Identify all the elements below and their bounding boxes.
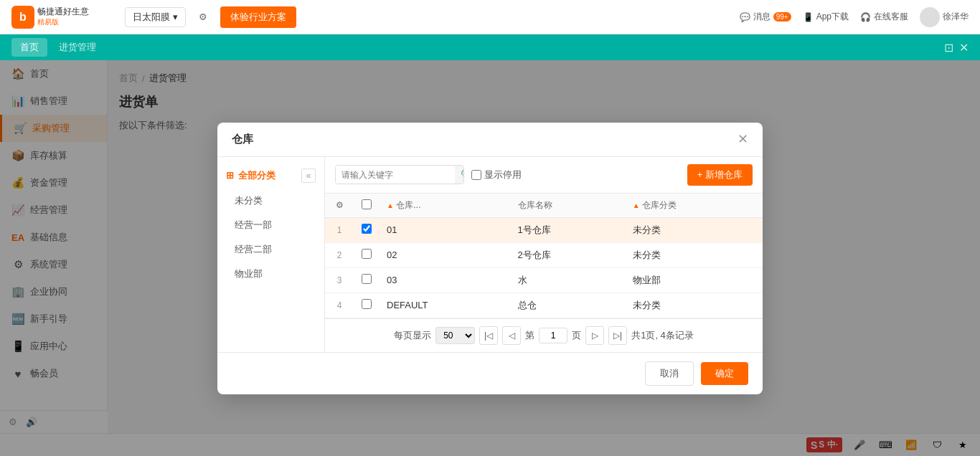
- modal-close-button[interactable]: ✕: [738, 133, 748, 146]
- row-code-2: 02: [380, 242, 511, 267]
- cat-item-property[interactable]: 物业部: [217, 262, 324, 286]
- settings-icon-button[interactable]: ⚙: [192, 6, 215, 29]
- modal-main-panel: 🔍 显示停用 + 新增仓库 ⚙: [325, 157, 763, 352]
- dropdown-chevron-icon: ▾: [173, 11, 178, 22]
- user-name: 徐泽华: [943, 11, 969, 23]
- select-all-checkbox[interactable]: [362, 199, 372, 209]
- header-right: 💬 消息 99+ 📱 App下载 🎧 在线客服 徐泽华: [740, 7, 969, 27]
- modal-footer: 取消 确定: [217, 352, 763, 394]
- row-num-4: 4: [325, 293, 354, 318]
- cat-item-dept2[interactable]: 经营二部: [217, 237, 324, 262]
- cat-item-dept1[interactable]: 经营一部: [217, 213, 324, 237]
- all-categories-button[interactable]: ⊞ 全部分类: [226, 169, 275, 182]
- row-name-3: 水: [511, 267, 626, 293]
- search-button[interactable]: 🔍: [455, 166, 464, 184]
- row-num-2: 2: [325, 242, 354, 267]
- logo-icon: b: [11, 6, 34, 29]
- row-cb-4: [354, 293, 380, 318]
- row-category-4: 未分类: [626, 293, 763, 318]
- prev-page-button[interactable]: ◁: [502, 326, 521, 345]
- online-service-item[interactable]: 🎧 在线客服: [860, 11, 908, 23]
- row-cb-2: [354, 242, 380, 267]
- row-num-3: 3: [325, 267, 354, 293]
- category-sidebar: ⊞ 全部分类 « 未分类 经营一部 经营二部 物业部: [217, 157, 325, 352]
- avatar: [920, 7, 940, 27]
- row-category-1: 未分类: [626, 217, 763, 242]
- app-download-label: App下载: [816, 11, 849, 23]
- row-category-2: 未分类: [626, 242, 763, 267]
- last-page-button[interactable]: ▷|: [608, 326, 627, 345]
- row-checkbox-2[interactable]: [362, 249, 372, 259]
- row-name-4: 总仓: [511, 293, 626, 318]
- th-category: ▲ 仓库分类: [626, 194, 763, 218]
- add-warehouse-button[interactable]: + 新增仓库: [687, 164, 753, 186]
- sub-nav-purchase[interactable]: 进货管理: [50, 38, 105, 57]
- gear-icon: ⚙: [199, 11, 207, 22]
- category-collapse-button[interactable]: «: [301, 168, 316, 183]
- pagination-bar: 每页显示 50 20 100 |◁ ◁ 第 页 ▷ ▷| 共1页, 4: [325, 318, 763, 352]
- window-restore-icon[interactable]: ⊡: [944, 41, 953, 54]
- all-categories-label: 全部分类: [238, 169, 275, 182]
- top-header: b 畅捷通好生意 精易版 日太阳膜 ▾ ⚙ 体验行业方案 💬 消息 99+ 📱 …: [0, 0, 980, 34]
- table-row[interactable]: 1 01 1号仓库 未分类: [325, 217, 763, 242]
- first-page-button[interactable]: |◁: [479, 326, 498, 345]
- row-code-4: DEFAULT: [380, 293, 511, 318]
- row-checkbox-1[interactable]: [362, 224, 372, 234]
- row-code-3: 03: [380, 267, 511, 293]
- page-label: 页: [572, 329, 581, 342]
- notification-label: 消息: [753, 11, 771, 23]
- page-number-input[interactable]: [539, 328, 567, 343]
- th-checkbox: [354, 194, 380, 218]
- confirm-button[interactable]: 确定: [701, 362, 748, 385]
- row-category-3: 物业部: [626, 267, 763, 293]
- th-settings: ⚙: [325, 194, 354, 218]
- show-disabled-toggle[interactable]: 显示停用: [471, 168, 522, 181]
- notification-item[interactable]: 💬 消息 99+: [740, 11, 791, 23]
- online-service-label: 在线客服: [874, 11, 908, 23]
- row-num-1: 1: [325, 217, 354, 242]
- th-name: 仓库名称: [511, 194, 626, 218]
- cat-header: ⊞ 全部分类 «: [217, 163, 324, 189]
- row-cb-1: [354, 217, 380, 242]
- search-box: 🔍: [335, 165, 464, 184]
- app-icon: 📱: [803, 12, 814, 22]
- store-selector[interactable]: 日太阳膜 ▾: [125, 7, 186, 27]
- show-disabled-checkbox[interactable]: [471, 170, 481, 180]
- page-label-pre: 第: [525, 329, 534, 342]
- table-row[interactable]: 2 02 2号仓库 未分类: [325, 242, 763, 267]
- logo-sub: 精易版: [37, 17, 89, 27]
- window-close-icon[interactable]: ✕: [959, 41, 969, 54]
- logo-text: 畅捷通好生意: [37, 6, 89, 18]
- row-checkbox-3[interactable]: [362, 274, 372, 284]
- sub-header: 首页 进货管理 ⊡ ✕: [0, 34, 980, 60]
- cat-item-unclassified[interactable]: 未分类: [217, 189, 324, 213]
- row-name-2: 2号仓库: [511, 242, 626, 267]
- table-row[interactable]: 4 DEFAULT 总仓 未分类: [325, 293, 763, 318]
- next-page-button[interactable]: ▷: [585, 326, 604, 345]
- per-page-label: 每页显示: [394, 329, 431, 342]
- row-cb-3: [354, 267, 380, 293]
- row-name-1: 1号仓库: [511, 217, 626, 242]
- show-disabled-label: 显示停用: [484, 168, 522, 181]
- search-input[interactable]: [336, 166, 455, 184]
- app-download-item[interactable]: 📱 App下载: [803, 11, 849, 23]
- store-name: 日太阳膜: [133, 11, 170, 24]
- modal-toolbar: 🔍 显示停用 + 新增仓库: [325, 157, 763, 194]
- cancel-button[interactable]: 取消: [645, 361, 694, 386]
- per-page-select[interactable]: 50 20 100: [435, 327, 475, 344]
- user-profile-item[interactable]: 徐泽华: [920, 7, 969, 27]
- modal-header: 仓库 ✕: [217, 123, 763, 157]
- warehouse-modal: 仓库 ✕ ⊞ 全部分类 « 未分类 经营一部 经营二部: [217, 123, 763, 394]
- notification-badge: 99+: [773, 12, 791, 22]
- pagination-summary: 共1页, 4条记录: [631, 329, 694, 342]
- main-layout: 🏠 首页 📊 销售管理 🛒 采购管理 📦 库存核算 💰 资金管理 📈 经营管理 …: [0, 60, 980, 456]
- modal-overlay: 仓库 ✕ ⊞ 全部分类 « 未分类 经营一部 经营二部: [0, 60, 980, 456]
- table-row[interactable]: 3 03 水 物业部: [325, 267, 763, 293]
- sort-icon-cat: ▲: [633, 201, 640, 209]
- modal-body: ⊞ 全部分类 « 未分类 经营一部 经营二部 物业部: [217, 157, 763, 352]
- logo-area: b 畅捷通好生意 精易版: [11, 6, 119, 29]
- trial-button[interactable]: 体验行业方案: [220, 6, 296, 28]
- row-code-1: 01: [380, 217, 511, 242]
- sub-nav-home[interactable]: 首页: [11, 38, 47, 57]
- row-checkbox-4[interactable]: [362, 299, 372, 309]
